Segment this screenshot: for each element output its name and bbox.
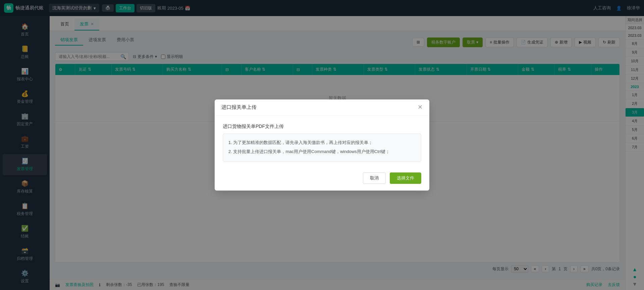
modal-body: 进口货物报关单PDF文件上传 1. 为了更加精准的数据匹配，请先录入海关缴款书，…: [215, 116, 429, 167]
modal-info-item-1: 1. 为了更加精准的数据匹配，请先录入海关缴款书，再上传对应的报关单；: [228, 139, 416, 146]
modal-info-item-2: 2. 支持批量上传进口报关单，mac用户使用Command键，windows用户…: [228, 148, 416, 155]
modal-footer: 取消 选择文件: [215, 167, 429, 191]
modal-cancel-btn[interactable]: 取消: [363, 172, 386, 184]
modal-info-box: 1. 为了更加精准的数据匹配，请先录入海关缴款书，再上传对应的报关单； 2. 支…: [223, 134, 421, 162]
modal-title: 进口报关单上传: [221, 104, 257, 111]
modal-close-btn[interactable]: ✕: [418, 104, 423, 110]
modal-overlay: 进口报关单上传 ✕ 进口货物报关单PDF文件上传 1. 为了更加精准的数据匹配，…: [0, 0, 644, 290]
modal-header: 进口报关单上传 ✕: [215, 99, 429, 116]
modal-select-file-btn[interactable]: 选择文件: [390, 172, 421, 184]
import-modal: 进口报关单上传 ✕ 进口货物报关单PDF文件上传 1. 为了更加精准的数据匹配，…: [215, 99, 429, 191]
modal-section-title: 进口货物报关单PDF文件上传: [223, 124, 421, 130]
